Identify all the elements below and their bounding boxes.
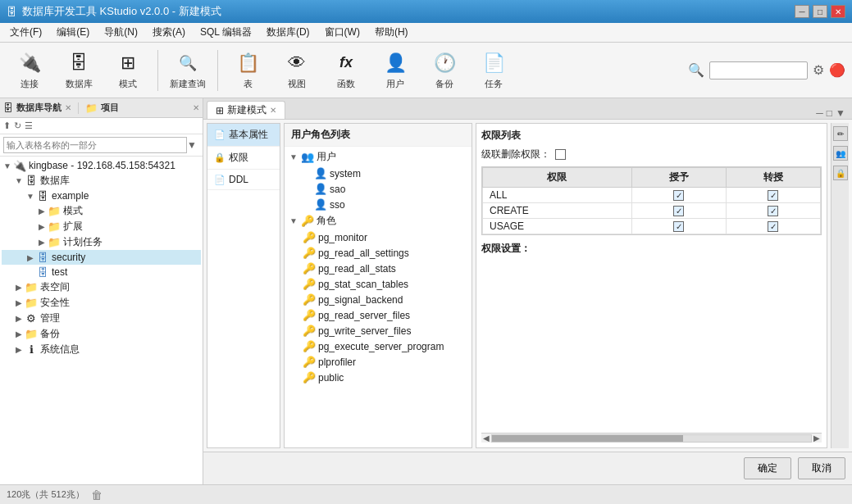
- minimize-button[interactable]: ─: [795, 5, 809, 18]
- create-grant-checkbox[interactable]: [673, 206, 684, 216]
- perm-create-transfer[interactable]: [726, 203, 820, 219]
- tree-extension[interactable]: ▶ 📁 扩展: [2, 219, 201, 234]
- scroll-track[interactable]: [491, 434, 812, 443]
- toolbar-separator-2: [217, 50, 218, 91]
- mini-btn-3[interactable]: 🔒: [833, 166, 848, 180]
- menu-help[interactable]: 帮助(H): [368, 24, 415, 41]
- create-transfer-checkbox[interactable]: [768, 206, 778, 216]
- toolbar-user[interactable]: 👤 用户: [372, 47, 418, 94]
- role-user-system[interactable]: 👤 system: [286, 166, 470, 181]
- all-grant-checkbox[interactable]: [673, 190, 684, 201]
- role-pg-stat-scan-tables[interactable]: 🔑 pg_stat_scan_tables: [286, 276, 470, 292]
- tree-databases[interactable]: ▼ 🗄 数据库: [2, 173, 201, 188]
- menu-file[interactable]: 文件(F): [3, 24, 48, 41]
- toolbar-search-input[interactable]: [709, 61, 808, 79]
- perm-all-transfer[interactable]: [726, 188, 820, 203]
- tree-tablespace[interactable]: ▶ 📁 表空间: [2, 279, 201, 295]
- role-pg-signal-backend[interactable]: 🔑 pg_signal_backend: [286, 292, 470, 307]
- menu-nav[interactable]: 导航(N): [98, 24, 144, 41]
- user-system-icon: 👤: [314, 167, 327, 179]
- scroll-left-btn[interactable]: ◀: [481, 434, 491, 443]
- role-user-section[interactable]: ▼ 👥 用户: [286, 148, 470, 166]
- cancel-button[interactable]: 取消: [798, 457, 845, 479]
- role-pg-read-all-settings[interactable]: 🔑 pg_read_all_settings: [286, 245, 470, 261]
- toolbar-view[interactable]: 👁 视图: [274, 47, 320, 94]
- role-plprofiler[interactable]: 🔑 plprofiler: [286, 354, 470, 370]
- refresh-icon[interactable]: ↻: [14, 120, 21, 131]
- sub-panel-perms[interactable]: 🔒 权限: [207, 147, 280, 170]
- tree-backup[interactable]: ▶ 📁 备份: [2, 326, 201, 342]
- all-transfer-checkbox[interactable]: [768, 190, 778, 201]
- close-button[interactable]: ✕: [831, 5, 845, 18]
- tab-menu-icon[interactable]: ▼: [836, 107, 845, 119]
- role-pg-read-all-stats[interactable]: 🔑 pg_read_all_stats: [286, 261, 470, 276]
- menu-search[interactable]: 搜索(A): [146, 24, 192, 41]
- role-panel-header: 用户角色列表: [285, 124, 472, 147]
- mini-btn-2[interactable]: 👥: [833, 146, 848, 161]
- filter-icon[interactable]: ▼: [187, 139, 197, 151]
- sidebar-close-1[interactable]: ✕: [65, 103, 71, 112]
- toolbar-backup[interactable]: 🕐 备份: [421, 47, 467, 94]
- role-roles-section[interactable]: ▼ 🔑 角色: [286, 212, 470, 229]
- menu-edit[interactable]: 编辑(E): [50, 24, 96, 41]
- function-icon: fx: [333, 51, 359, 75]
- role-pg-monitor[interactable]: 🔑 pg_monitor: [286, 229, 470, 245]
- perm-usage-transfer[interactable]: [726, 219, 820, 234]
- toolbar-new-query[interactable]: 🔍 新建查询: [165, 47, 211, 94]
- tab-max-icon[interactable]: □: [827, 107, 832, 119]
- maximize-button[interactable]: □: [813, 5, 827, 18]
- mini-btn-1[interactable]: ✏: [833, 126, 848, 141]
- tree-sysinfo[interactable]: ▶ ℹ 系统信息: [2, 342, 201, 357]
- tree-management[interactable]: ▶ ⚙ 管理: [2, 311, 201, 326]
- menu-window[interactable]: 窗口(W): [318, 24, 367, 41]
- role-pg-stat-scan-tables-label: pg_stat_scan_tables: [318, 279, 408, 290]
- tab-close[interactable]: ✕: [270, 106, 276, 115]
- task-icon: 📄: [481, 51, 507, 75]
- menu-database[interactable]: 数据库(D): [260, 24, 317, 41]
- menu-sql-editor[interactable]: SQL 编辑器: [194, 24, 258, 41]
- role-pg-write-server-files[interactable]: 🔑 pg_write_server_files: [286, 323, 470, 338]
- tree-root[interactable]: ▼ 🔌 kingbase - 192.168.45.158:54321: [2, 158, 201, 173]
- toolbar-task[interactable]: 📄 任务: [471, 47, 517, 94]
- role-user-sao[interactable]: 👤 sao: [286, 181, 470, 197]
- perm-row-usage: USAGE: [483, 219, 821, 234]
- user-section-label: 用户: [317, 150, 336, 164]
- filter-input[interactable]: [3, 137, 187, 153]
- toolbar-function[interactable]: fx 函数: [323, 47, 369, 94]
- tab-min-icon[interactable]: ─: [816, 107, 823, 119]
- role-pg-read-server-files[interactable]: 🔑 pg_read_server_files: [286, 307, 470, 323]
- tree-example[interactable]: ▼ 🗄 example: [2, 188, 201, 203]
- role-user-sso[interactable]: 👤 sso: [286, 197, 470, 212]
- tree-scheduled[interactable]: ▶ 📁 计划任务: [2, 234, 201, 250]
- trash-icon[interactable]: 🗑: [91, 488, 103, 502]
- perms-scrollbar[interactable]: ◀ ▶: [481, 433, 822, 443]
- tree-security[interactable]: ▶ 🗄 security: [2, 250, 201, 265]
- perm-create-grant[interactable]: [631, 203, 726, 219]
- toolbar-database[interactable]: 🗄 数据库: [56, 47, 102, 94]
- tree-test[interactable]: 🗄 test: [2, 265, 201, 279]
- scroll-thumb[interactable]: [492, 435, 683, 442]
- usage-transfer-checkbox[interactable]: [768, 221, 778, 232]
- usage-grant-checkbox[interactable]: [673, 221, 684, 232]
- sidebar-filter: ▼: [0, 134, 203, 157]
- role-public[interactable]: 🔑 public: [286, 370, 470, 385]
- root-toggle: ▼: [2, 161, 13, 170]
- role-pg-read-server-files-label: pg_read_server_files: [318, 310, 410, 321]
- toolbar-schema[interactable]: ⊞ 模式: [105, 47, 151, 94]
- perm-all-grant[interactable]: [631, 188, 726, 203]
- toolbar-table[interactable]: 📋 表: [225, 47, 271, 94]
- cascade-checkbox[interactable]: [555, 149, 566, 160]
- tree-security-node[interactable]: ▶ 📁 安全性: [2, 295, 201, 311]
- perm-usage-grant[interactable]: [631, 219, 726, 234]
- toolbar-connect[interactable]: 🔌 连接: [7, 47, 52, 94]
- confirm-button[interactable]: 确定: [744, 457, 791, 479]
- scroll-right-btn[interactable]: ▶: [812, 434, 822, 443]
- sub-panel-basic[interactable]: 📄 基本属性: [207, 124, 280, 147]
- more-icon[interactable]: ☰: [25, 120, 33, 131]
- role-pg-execute-server-program[interactable]: 🔑 pg_execute_server_program: [286, 338, 470, 354]
- sidebar-close-2[interactable]: ✕: [193, 103, 199, 112]
- nav-up-icon[interactable]: ⬆: [3, 120, 11, 131]
- content-tab-new-schema[interactable]: ⊞ 新建模式 ✕: [207, 101, 285, 119]
- sub-panel-ddl[interactable]: 📄 DDL: [207, 170, 280, 190]
- tree-schema[interactable]: ▶ 📁 模式: [2, 203, 201, 219]
